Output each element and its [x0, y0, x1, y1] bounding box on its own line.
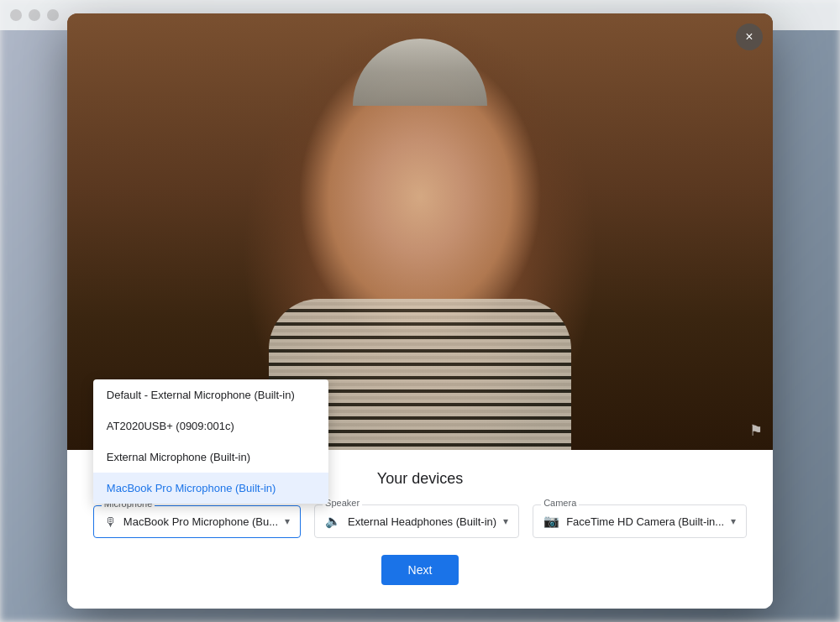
bottom-panel: Your devices Microphone 🎙 MacBook Pro Mi… — [67, 450, 773, 609]
modal-overlay: × ⚑ Your devices Microphone 🎙 MacBook Pr… — [0, 0, 840, 622]
close-button[interactable]: × — [736, 24, 763, 50]
microphone-select-wrapper: Microphone 🎙 MacBook Pro Microphone (Bu.… — [93, 505, 301, 538]
report-icon[interactable]: ⚑ — [749, 421, 763, 440]
mic-option-1[interactable]: Default - External Microphone (Built-in) — [93, 379, 328, 410]
next-button[interactable]: Next — [381, 555, 459, 585]
speaker-label: Speaker — [323, 498, 362, 508]
microphone-value: MacBook Pro Microphone (Bu... — [123, 515, 278, 528]
speaker-chevron-icon: ▾ — [503, 515, 508, 527]
microphone-dropdown: Default - External Microphone (Built-in)… — [93, 379, 328, 504]
camera-select-wrapper: Camera 📷 FaceTime HD Camera (Built-in...… — [533, 504, 747, 538]
camera-icon: 📷 — [543, 514, 559, 529]
speaker-select-wrapper: Speaker 🔈 External Headphones (Built-in)… — [314, 504, 519, 538]
mic-icon: 🎙 — [104, 515, 117, 529]
mic-option-3[interactable]: External Microphone (Built-in) — [93, 442, 328, 473]
camera-chevron-icon: ▾ — [731, 515, 736, 527]
device-controls: Microphone 🎙 MacBook Pro Microphone (Bu.… — [94, 504, 746, 538]
next-btn-row: Next — [94, 555, 746, 585]
speaker-select[interactable]: 🔈 External Headphones (Built-in) ▾ — [314, 504, 519, 538]
mic-option-2[interactable]: AT2020USB+ (0909:001c) — [93, 410, 328, 442]
microphone-select[interactable]: 🎙 MacBook Pro Microphone (Bu... ▾ — [93, 505, 301, 538]
speaker-icon: 🔈 — [325, 514, 341, 529]
mic-chevron-icon: ▾ — [285, 515, 290, 527]
speaker-value: External Headphones (Built-in) — [348, 515, 496, 528]
mic-option-4[interactable]: MacBook Pro Microphone (Built-in) — [93, 473, 328, 504]
camera-select[interactable]: 📷 FaceTime HD Camera (Built-in... ▾ — [533, 504, 747, 538]
modal: × ⚑ Your devices Microphone 🎙 MacBook Pr… — [67, 13, 773, 609]
camera-label: Camera — [541, 498, 579, 508]
camera-value: FaceTime HD Camera (Built-in... — [566, 515, 724, 528]
